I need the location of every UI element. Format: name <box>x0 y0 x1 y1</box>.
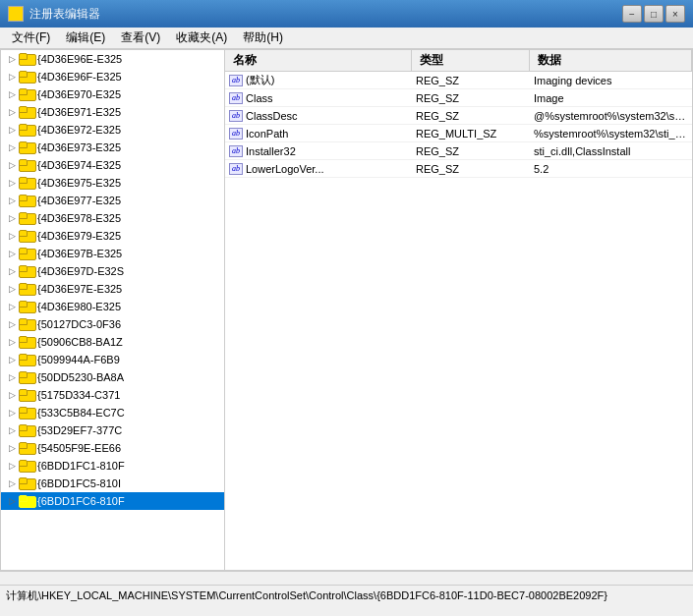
cell-data: Imaging devices <box>530 75 692 86</box>
folder-icon <box>19 389 34 402</box>
tree-expand-icon[interactable]: ▷ <box>5 211 19 225</box>
maximize-button[interactable]: □ <box>644 5 664 23</box>
tree-item-label: {4D36E972-E325 <box>37 124 121 136</box>
right-panel: 名称 类型 数据 ab(默认)REG_SZImaging devicesabCl… <box>225 50 692 570</box>
tree-item[interactable]: ▷{50906CB8-BA1Z <box>1 333 224 351</box>
tree-item[interactable]: ▷{4D36E978-E325 <box>1 209 224 227</box>
col-header-type[interactable]: 类型 <box>412 50 530 71</box>
tree-item[interactable]: ▷{4D36E96E-E325 <box>1 50 224 68</box>
tree-item[interactable]: ▷{533C5B84-EC7C <box>1 404 224 421</box>
tree-item[interactable]: ▷{4D36E972-E325 <box>1 121 224 139</box>
tree-expand-icon[interactable]: ▷ <box>5 123 19 137</box>
col-header-name[interactable]: 名称 <box>225 50 412 71</box>
tree-expand-icon[interactable]: ▷ <box>5 52 19 66</box>
tree-expand-icon[interactable]: ▷ <box>5 423 19 437</box>
folder-icon <box>19 407 34 420</box>
folder-icon <box>19 265 34 278</box>
folder-icon <box>19 159 34 172</box>
reg-name-text: Class <box>246 92 273 104</box>
tree-expand-icon[interactable]: ▷ <box>5 247 19 260</box>
tree-expand-icon[interactable]: ▷ <box>5 140 19 154</box>
tree-item[interactable]: ▷{4D36E980-E325 <box>1 298 224 315</box>
tree-item[interactable]: ▷{6BDD1FC5-810I <box>1 475 224 492</box>
tree-item[interactable]: ▷{5099944A-F6B9 <box>1 351 224 368</box>
tree-expand-icon[interactable]: ▷ <box>5 494 19 508</box>
tree-item[interactable]: ▷{4D36E973-E325 <box>1 139 224 156</box>
tree-item[interactable]: ▷{4D36E974-E325 <box>1 156 224 174</box>
tree-expand-icon[interactable]: ▷ <box>5 441 19 455</box>
tree-panel[interactable]: ▷{4D36E96E-E325▷{4D36E96F-E325▷{4D36E970… <box>1 50 225 570</box>
tree-expand-icon[interactable]: ▷ <box>5 370 19 384</box>
tree-expand-icon[interactable]: ▷ <box>5 70 19 84</box>
tree-item[interactable]: ▷{4D36E979-E325 <box>1 227 224 245</box>
cell-name: abIconPath <box>225 128 412 140</box>
tree-item[interactable]: ▷{6BDD1FC6-810F <box>1 492 224 510</box>
tree-item[interactable]: ▷{4D36E97E-E325 <box>1 280 224 298</box>
tree-expand-icon[interactable]: ▷ <box>5 282 19 296</box>
tree-expand-icon[interactable]: ▷ <box>5 317 19 331</box>
tree-item[interactable]: ▷{54505F9E-EE66 <box>1 439 224 457</box>
tree-item[interactable]: ▷{5175D334-C371 <box>1 386 224 404</box>
tree-expand-icon[interactable]: ▷ <box>5 158 19 172</box>
status-bar: 计算机\HKEY_LOCAL_MACHINE\SYSTEM\CurrentCon… <box>0 585 693 606</box>
tree-expand-icon[interactable]: ▷ <box>5 264 19 278</box>
reg-value-icon: ab <box>229 75 243 86</box>
tree-item-label: {4D36E971-E325 <box>37 106 121 118</box>
cell-name: ab(默认) <box>225 73 412 87</box>
tree-expand-icon[interactable]: ▷ <box>5 406 19 420</box>
col-header-data[interactable]: 数据 <box>530 50 692 71</box>
tree-item[interactable]: ▷{4D36E96F-E325 <box>1 68 224 85</box>
folder-icon <box>19 71 34 84</box>
cell-data: @%systemroot%\system32\sti_ci.dll,-5 <box>530 110 692 122</box>
table-row[interactable]: abIconPathREG_MULTI_SZ%systemroot%\syste… <box>225 125 692 142</box>
tree-item[interactable]: ▷{53D29EF7-377C <box>1 421 224 439</box>
menu-item-favorites[interactable]: 收藏夹(A) <box>168 28 235 48</box>
tree-expand-icon[interactable]: ▷ <box>5 335 19 349</box>
tree-expand-icon[interactable]: ▷ <box>5 229 19 243</box>
table-row[interactable]: abClassDescREG_SZ@%systemroot%\system32\… <box>225 107 692 125</box>
folder-icon <box>19 195 34 207</box>
tree-item-label: {533C5B84-EC7C <box>37 407 125 419</box>
tree-item[interactable]: ▷{4D36E970-E325 <box>1 85 224 103</box>
tree-item[interactable]: ▷{6BDD1FC1-810F <box>1 457 224 475</box>
tree-expand-icon[interactable]: ▷ <box>5 300 19 313</box>
tree-item[interactable]: ▷{4D36E977-E325 <box>1 192 224 209</box>
tree-item[interactable]: ▷{4D36E97B-E325 <box>1 245 224 262</box>
tree-expand-icon[interactable]: ▷ <box>5 176 19 190</box>
reg-name-text: LowerLogoVer... <box>246 163 324 175</box>
hscroll-area[interactable] <box>0 571 693 585</box>
cell-name: abLowerLogoVer... <box>225 163 412 175</box>
table-row[interactable]: abInstaller32REG_SZsti_ci.dll,ClassInsta… <box>225 142 692 160</box>
table-row[interactable]: ab(默认)REG_SZImaging devices <box>225 72 692 89</box>
tree-expand-icon[interactable]: ▷ <box>5 388 19 402</box>
tree-expand-icon[interactable]: ▷ <box>5 194 19 207</box>
tree-item[interactable]: ▷{4D36E97D-E32S <box>1 262 224 280</box>
tree-item[interactable]: ▷{4D36E975-E325 <box>1 174 224 192</box>
cell-type: REG_SZ <box>412 145 530 157</box>
tree-item-label: {4D36E96F-E325 <box>37 71 122 83</box>
tree-item[interactable]: ▷{50DD5230-BA8A <box>1 368 224 386</box>
tree-item-label: {4D36E977-E325 <box>37 195 121 206</box>
table-row[interactable]: abClassREG_SZImage <box>225 89 692 107</box>
tree-item-label: {50DD5230-BA8A <box>37 371 124 383</box>
tree-expand-icon[interactable]: ▷ <box>5 353 19 366</box>
menu-item-file[interactable]: 文件(F) <box>4 28 58 48</box>
menu-item-view[interactable]: 查看(V) <box>113 28 168 48</box>
table-body[interactable]: ab(默认)REG_SZImaging devicesabClassREG_SZ… <box>225 72 692 570</box>
tree-item-label: {6BDD1FC1-810F <box>37 460 125 472</box>
menu-item-edit[interactable]: 编辑(E) <box>58 28 113 48</box>
cell-name: abClassDesc <box>225 110 412 122</box>
tree-expand-icon[interactable]: ▷ <box>5 105 19 119</box>
tree-item[interactable]: ▷{50127DC3-0F36 <box>1 315 224 333</box>
tree-expand-icon[interactable]: ▷ <box>5 87 19 101</box>
tree-expand-icon[interactable]: ▷ <box>5 459 19 473</box>
tree-item-label: {4D36E974-E325 <box>37 159 121 171</box>
folder-icon <box>19 301 34 313</box>
menu-item-help[interactable]: 帮助(H) <box>235 28 291 48</box>
close-button[interactable]: × <box>665 5 685 23</box>
tree-item-label: {50127DC3-0F36 <box>37 318 121 330</box>
minimize-button[interactable]: − <box>622 5 642 23</box>
tree-expand-icon[interactable]: ▷ <box>5 476 19 490</box>
tree-item[interactable]: ▷{4D36E971-E325 <box>1 103 224 121</box>
table-row[interactable]: abLowerLogoVer...REG_SZ5.2 <box>225 160 692 178</box>
